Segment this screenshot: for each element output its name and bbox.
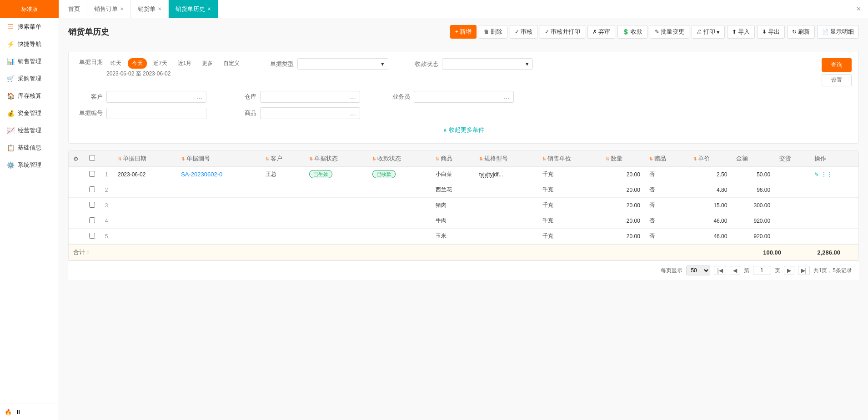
sidebar-item-inventory[interactable]: 🏠 库存核算 — [0, 87, 59, 105]
col-gift[interactable]: ⇅ 赠品 — [645, 151, 688, 167]
export-label: 导出 — [768, 28, 780, 36]
sidebar-item-basic-info[interactable]: 📋 基础信息 — [0, 139, 59, 156]
row-checkbox-4[interactable] — [85, 229, 100, 244]
show-detail-button[interactable]: 📄 显示明细 — [817, 25, 859, 39]
date-more[interactable]: 更多 — [198, 58, 217, 69]
query-button[interactable]: 查询 — [822, 58, 852, 72]
row-payment-status-4 — [368, 229, 431, 244]
per-page-select[interactable]: 50 100 200 — [686, 265, 710, 275]
sidebar-item-finance[interactable]: 💰 资金管理 — [0, 105, 59, 122]
audit-button[interactable]: ✓ 审核 — [510, 25, 537, 39]
sidebar-item-system-mgmt-label: 系统管理 — [18, 161, 41, 169]
new-button[interactable]: + 新增 — [450, 25, 477, 39]
row-doc-number-4[interactable] — [176, 229, 261, 244]
print-button[interactable]: 🖨 打印 ▾ — [692, 25, 725, 39]
col-unit[interactable]: ⇅ 销售单位 — [538, 151, 601, 167]
tab-sales-history-close[interactable]: ✕ — [207, 6, 211, 11]
payment-status-select[interactable]: ▾ — [442, 58, 533, 70]
col-payment-status[interactable]: ⇅ 收款状态 — [368, 151, 431, 167]
customer-sort-icon: ⇅ — [266, 156, 269, 161]
doc-date-sort-icon: ⇅ — [118, 156, 121, 161]
row-num-2: 3 — [100, 198, 113, 213]
page-number-input[interactable] — [753, 266, 771, 275]
salesperson-dots[interactable]: ... — [504, 93, 510, 100]
sidebar-item-search-menu-label: 搜索菜单 — [18, 23, 41, 31]
row-doc-number-0[interactable]: SA-20230602-0 — [176, 167, 261, 182]
delete-button[interactable]: 🗑 删除 — [479, 25, 507, 39]
sidebar-item-purchase-mgmt[interactable]: 🛒 采购管理 — [0, 70, 59, 87]
first-page-button[interactable]: |◀ — [714, 266, 726, 275]
date-range: 2023-06-02 至 2023-06-02 — [106, 70, 244, 78]
doc-type-select[interactable]: ▾ — [297, 58, 388, 70]
collapse-button[interactable]: ∧ 收起更多条件 — [441, 124, 487, 136]
date-1month[interactable]: 近1月 — [174, 58, 196, 69]
goods-dots[interactable]: ... — [350, 110, 356, 117]
sidebar-item-sales-mgmt[interactable]: 📊 销售管理 — [0, 53, 59, 70]
col-doc-status[interactable]: ⇅ 单据状态 — [305, 151, 368, 167]
tab-sales-history[interactable]: 销货单历史 ✕ — [169, 0, 218, 18]
col-customer[interactable]: ⇅ 客户 — [261, 151, 305, 167]
row-spec-1 — [475, 182, 538, 198]
row-checkbox-0[interactable] — [85, 167, 100, 182]
quick-nav-icon: ⚡ — [7, 40, 14, 48]
row-doc-number-2[interactable] — [176, 198, 261, 213]
fire-icon[interactable]: 🔥 — [5, 409, 12, 415]
col-goods[interactable]: ⇅ 商品 — [431, 151, 475, 167]
purchase-mgmt-icon: 🛒 — [7, 75, 14, 82]
sidebar-item-search-menu[interactable]: ☰ 搜索菜单 — [0, 18, 59, 35]
total-info: 共1页，5条记录 — [813, 267, 852, 275]
batch-change-button[interactable]: ✎ 批量变更 — [650, 25, 689, 39]
prev-page-button[interactable]: ◀ — [730, 266, 740, 275]
warehouse-dots[interactable]: ... — [350, 93, 356, 100]
date-today[interactable]: 今天 — [128, 58, 147, 69]
sidebar-item-system-mgmt[interactable]: ⚙️ 系统管理 — [0, 156, 59, 174]
row-payment-status-3 — [368, 213, 431, 229]
action-edit-0[interactable]: ✎ — [814, 171, 819, 178]
select-all-checkbox[interactable] — [89, 155, 95, 161]
col-qty[interactable]: ⇅ 数量 — [601, 151, 645, 167]
collect-button[interactable]: 💲 收款 — [617, 25, 647, 39]
payment-status-label: 收款状态 — [411, 60, 438, 68]
tab-sales-order-close[interactable]: ✕ — [120, 6, 124, 11]
tab-close-all[interactable]: ✕ — [852, 5, 866, 12]
doc-number-input[interactable] — [106, 108, 206, 119]
row-checkbox-2[interactable] — [85, 198, 100, 213]
date-custom[interactable]: 自定义 — [219, 58, 244, 69]
date-7days[interactable]: 近7天 — [149, 58, 171, 69]
row-doc-number-3[interactable] — [176, 213, 261, 229]
col-unit-price[interactable]: ⇅ 单价 — [688, 151, 732, 167]
pause-icon[interactable]: ⏸ — [15, 409, 21, 415]
col-doc-date[interactable]: ⇅ 单据日期 — [113, 151, 176, 167]
operations-icon: 📈 — [7, 127, 14, 134]
sidebar-item-quick-nav[interactable]: ⚡ 快捷导航 — [0, 35, 59, 53]
last-page-button[interactable]: ▶| — [798, 266, 810, 275]
main-area: 首页 销售订单 ✕ 销货单 ✕ 销货单历史 ✕ ✕ 销货单历史 + 新增 — [59, 0, 868, 420]
col-spec[interactable]: ⇅ 规格型号 — [475, 151, 538, 167]
col-checkbox[interactable] — [85, 151, 100, 167]
sidebar-item-operations[interactable]: 📈 经营管理 — [0, 122, 59, 139]
action-more-0[interactable]: ⋮⋮ — [821, 171, 832, 178]
next-page-button[interactable]: ▶ — [784, 266, 794, 275]
import-label: 导入 — [738, 28, 750, 36]
col-settings[interactable]: ⚙ — [69, 151, 85, 167]
row-unit-3: 千克 — [538, 213, 601, 229]
import-button[interactable]: ⬆ 导入 — [727, 25, 755, 39]
audit-print-button[interactable]: ✓ 审核并打印 — [540, 25, 585, 39]
refresh-button[interactable]: ↻ 刷新 — [787, 25, 815, 39]
row-doc-number-1[interactable] — [176, 182, 261, 198]
row-actions-4 — [810, 229, 858, 244]
customer-dots[interactable]: ... — [196, 93, 202, 100]
date-yesterday[interactable]: 昨天 — [106, 58, 125, 69]
row-checkbox-3[interactable] — [85, 213, 100, 229]
export-button[interactable]: ⬇ 导出 — [757, 25, 785, 39]
batch-change-icon: ✎ — [655, 29, 659, 35]
pagination: 每页显示 50 100 200 |◀ ◀ 第 页 ▶ ▶| 共1页，5条记录 — [68, 260, 859, 280]
abandon-button[interactable]: ✗ 弃审 — [587, 25, 615, 39]
tab-sales-order[interactable]: 销售订单 ✕ — [87, 0, 131, 18]
col-doc-number[interactable]: ⇅ 单据编号 — [176, 151, 261, 167]
row-checkbox-1[interactable] — [85, 182, 100, 198]
tab-home[interactable]: 首页 — [61, 0, 87, 18]
tab-sales-goods-close[interactable]: ✕ — [158, 6, 161, 11]
setting-button[interactable]: 设置 — [822, 74, 852, 86]
tab-sales-goods[interactable]: 销货单 ✕ — [131, 0, 169, 18]
